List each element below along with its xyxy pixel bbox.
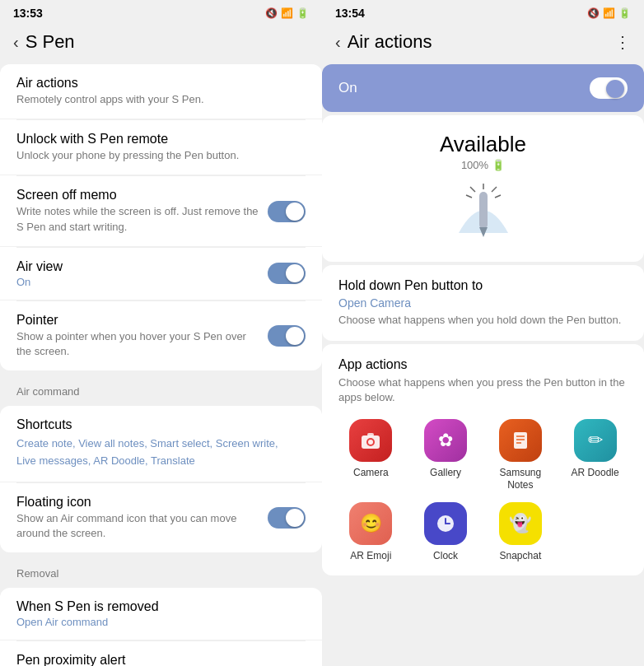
ar-doodle-icon: ✏	[574, 419, 617, 462]
svg-line-5	[466, 195, 472, 198]
available-card: Available 100% 🔋	[322, 115, 644, 262]
air-view-link: On	[16, 276, 259, 288]
pen-illustration	[450, 179, 516, 245]
left-content: Air actions Remotely control apps with y…	[0, 61, 322, 666]
toggle-knob	[286, 509, 304, 527]
open-camera-link[interactable]: Open Camera	[338, 296, 628, 310]
available-subtitle: 100% 🔋	[461, 159, 505, 171]
pointer-title: Pointer	[16, 313, 259, 328]
pointer-subtitle: Show a pointer when you hover your S Pen…	[16, 329, 259, 359]
screen-off-memo-toggle[interactable]	[268, 201, 306, 222]
app-item-ar-emoji[interactable]: 😊 AR Emoji	[338, 502, 404, 563]
battery-icon: 🔋	[492, 159, 505, 171]
left-nav-header: ‹ S Pen	[0, 23, 322, 61]
left-panel: 13:53 🔇 📶 🔋 ‹ S Pen Air actions Remotely…	[0, 0, 322, 666]
setting-pointer[interactable]: Pointer Show a pointer when you hover yo…	[0, 301, 322, 370]
when-removed-title: When S Pen is removed	[16, 599, 297, 614]
samsung-notes-icon	[499, 419, 542, 462]
air-actions-title: Air actions	[16, 76, 297, 91]
svg-line-6	[495, 195, 501, 198]
air-view-toggle[interactable]	[268, 263, 306, 284]
app-item-ar-doodle[interactable]: ✏ AR Doodle	[562, 419, 628, 492]
setting-floating-icon[interactable]: Floating icon Show an Air command icon t…	[0, 483, 322, 552]
settings-card-1: Air actions Remotely control apps with y…	[0, 64, 322, 370]
when-removed-link: Open Air command	[16, 616, 297, 628]
svg-point-9	[368, 440, 373, 445]
gallery-label: Gallery	[430, 467, 461, 480]
svg-rect-0	[479, 192, 488, 229]
app-item-clock[interactable]: Clock	[413, 502, 478, 563]
setting-when-removed[interactable]: When S Pen is removed Open Air command	[0, 588, 322, 640]
svg-line-4	[492, 187, 497, 192]
more-options-button[interactable]: ⋮	[614, 32, 631, 52]
pointer-toggle[interactable]	[268, 325, 306, 347]
camera-label: Camera	[353, 467, 389, 480]
app-item-snapchat[interactable]: 👻 Snapchat	[488, 502, 553, 563]
hold-down-description: Choose what happens when you hold down t…	[338, 313, 628, 328]
toggle-knob	[286, 327, 304, 345]
app-grid: Camera ✿ Gallery	[338, 419, 628, 563]
right-content: On Available 100% 🔋	[322, 61, 644, 666]
right-status-bar: 13:54 🔇 📶 🔋	[322, 0, 644, 23]
left-time: 13:53	[13, 7, 43, 20]
right-back-button[interactable]: ‹	[335, 33, 341, 52]
app-item-camera[interactable]: Camera	[338, 419, 404, 492]
unlock-subtitle: Unlock your phone by pressing the Pen bu…	[16, 148, 297, 163]
floating-icon-title: Floating icon	[16, 495, 259, 510]
clock-icon	[424, 502, 467, 545]
settings-card-2: Shortcuts Create note, View all notes, S…	[0, 406, 322, 552]
app-actions-title: App actions	[338, 357, 628, 372]
settings-card-3: When S Pen is removed Open Air command P…	[0, 588, 322, 666]
camera-icon	[349, 419, 392, 462]
right-nav-header: ‹ Air actions ⋮	[322, 23, 644, 61]
app-item-gallery[interactable]: ✿ Gallery	[413, 419, 478, 492]
svg-rect-10	[367, 433, 374, 436]
snapchat-label: Snapchat	[500, 550, 542, 563]
app-actions-description: Choose what happens when you press the P…	[338, 375, 628, 405]
ar-emoji-label: AR Emoji	[350, 550, 391, 563]
right-page-title: Air actions	[348, 31, 432, 53]
setting-air-actions[interactable]: Air actions Remotely control apps with y…	[0, 64, 322, 119]
hold-down-card: Hold down Pen button to Open Camera Choo…	[322, 265, 644, 341]
svg-line-3	[470, 187, 475, 192]
air-command-label: Air command	[0, 374, 322, 403]
available-title: Available	[440, 132, 526, 157]
ar-doodle-label: AR Doodle	[572, 467, 619, 480]
pen-proximity-title: Pen proximity alert	[16, 653, 297, 666]
setting-unlock[interactable]: Unlock with S Pen remote Unlock your pho…	[0, 120, 322, 175]
floating-icon-toggle[interactable]	[268, 507, 306, 529]
right-time: 13:54	[335, 7, 365, 20]
removal-label: Removal	[0, 556, 322, 584]
setting-air-view[interactable]: Air view On	[0, 248, 322, 300]
snapchat-icon: 👻	[499, 502, 542, 545]
toggle-knob	[286, 264, 304, 282]
app-actions-card: App actions Choose what happens when you…	[322, 344, 644, 575]
shortcuts-title: Shortcuts	[16, 417, 297, 432]
hold-down-title: Hold down Pen button to	[338, 278, 628, 293]
samsung-notes-label: SamsungNotes	[500, 467, 542, 492]
left-page-title: S Pen	[26, 31, 75, 53]
screen-off-memo-title: Screen off memo	[16, 188, 259, 203]
air-actions-subtitle: Remotely control apps with your S Pen.	[16, 92, 297, 107]
setting-pen-proximity[interactable]: Pen proximity alert	[0, 641, 322, 666]
right-panel: 13:54 🔇 📶 🔋 ‹ Air actions ⋮ On Available…	[322, 0, 644, 666]
toggle-knob	[286, 203, 304, 221]
ar-emoji-icon: 😊	[349, 502, 392, 545]
gallery-icon: ✿	[424, 419, 467, 462]
left-status-icons: 🔇 📶 🔋	[265, 7, 309, 19]
setting-screen-off-memo[interactable]: Screen off memo Write notes while the sc…	[0, 176, 322, 246]
on-toggle-bar[interactable]: On	[322, 64, 644, 112]
app-item-samsung-notes[interactable]: SamsungNotes	[488, 419, 553, 492]
air-actions-main-toggle[interactable]	[590, 77, 628, 99]
on-label: On	[338, 80, 357, 96]
toggle-knob	[606, 80, 624, 98]
right-status-icons: 🔇 📶 🔋	[587, 7, 631, 19]
setting-shortcuts[interactable]: Shortcuts Create note, View all notes, S…	[0, 406, 322, 482]
air-view-title: Air view	[16, 259, 259, 274]
left-status-bar: 13:53 🔇 📶 🔋	[0, 0, 322, 23]
floating-icon-subtitle: Show an Air command icon that you can mo…	[16, 511, 259, 541]
left-back-button[interactable]: ‹	[13, 33, 19, 52]
unlock-title: Unlock with S Pen remote	[16, 132, 297, 147]
shortcuts-links: Create note, View all notes, Smart selec…	[16, 435, 297, 470]
svg-rect-11	[514, 432, 527, 449]
